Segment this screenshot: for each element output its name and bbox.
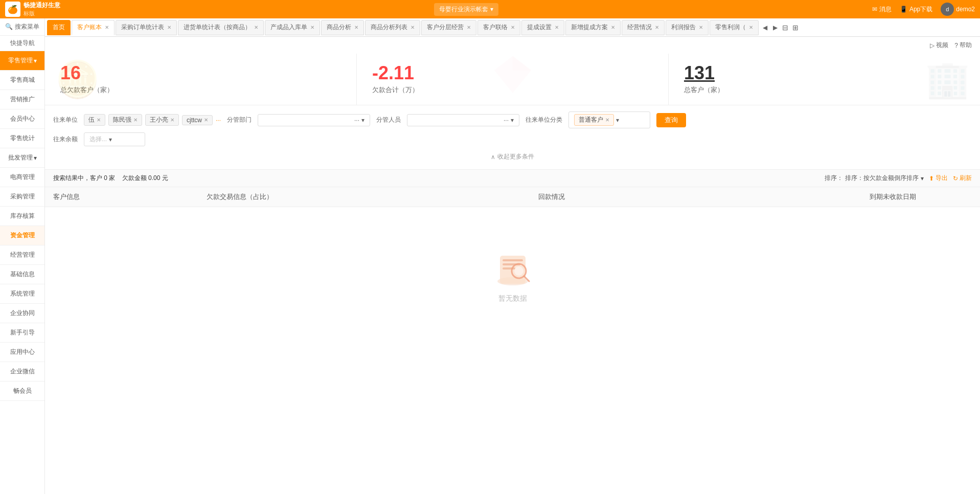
unit-tag-1[interactable]: 伍 ✕ bbox=[84, 114, 105, 126]
sidebar-item-basics[interactable]: 基础信息 bbox=[0, 265, 44, 284]
tag-close-icon[interactable]: ✕ bbox=[204, 117, 208, 123]
stat-number-total: 131 bbox=[684, 64, 965, 82]
stat-label-total: 总客户（家） bbox=[684, 85, 965, 95]
query-button[interactable]: 查询 bbox=[656, 113, 686, 127]
tab-purchase-table[interactable]: 进货单统计表（按商品） ✕ bbox=[178, 20, 264, 35]
filter-row-2: 往来余额 选择... ▾ bbox=[53, 132, 972, 146]
close-icon[interactable]: ✕ bbox=[105, 25, 109, 30]
more-tags-btn[interactable]: ··· bbox=[216, 117, 221, 124]
sidebar-item-guide[interactable]: 新手引导 bbox=[0, 323, 44, 343]
tab-operations[interactable]: 经营情况 ✕ bbox=[622, 20, 665, 35]
sidebar-search[interactable]: 🔍 搜索菜单 bbox=[0, 18, 44, 36]
close-icon[interactable]: ✕ bbox=[467, 25, 471, 30]
sidebar-item-system[interactable]: 系统管理 bbox=[0, 284, 44, 304]
sidebar-item-purchase[interactable]: 采购管理 bbox=[0, 187, 44, 207]
tab-nav-left[interactable]: ◀ bbox=[760, 20, 770, 35]
message-action[interactable]: ✉ 消息 bbox=[872, 5, 892, 14]
app-download-action[interactable]: 📱 App下载 bbox=[900, 5, 932, 14]
balance-select[interactable]: 选择... ▾ bbox=[84, 132, 145, 146]
close-icon[interactable]: ✕ bbox=[655, 25, 659, 30]
person-select[interactable]: ··· ▾ bbox=[407, 114, 519, 126]
user-action[interactable]: d demo2 bbox=[941, 3, 975, 16]
tag-close-icon[interactable]: ✕ bbox=[170, 117, 174, 123]
close-icon[interactable]: ✕ bbox=[354, 25, 358, 30]
sort-select[interactable]: 排序： 排序：按欠款金额倒序排序 ▾ bbox=[825, 174, 924, 183]
sidebar-item-ecommerce[interactable]: 电商管理 bbox=[0, 168, 44, 187]
collapse-btn[interactable]: ∧ 收起更多条件 bbox=[53, 150, 972, 163]
tag-close-icon[interactable]: ✕ bbox=[605, 117, 609, 123]
sidebar-item-operations[interactable]: 经营管理 bbox=[0, 245, 44, 265]
close-icon[interactable]: ✕ bbox=[511, 25, 515, 30]
brand-logo-icon: 🍊 bbox=[5, 2, 20, 17]
results-count: 0 bbox=[104, 174, 107, 182]
brand-name: 畅捷通好生意 bbox=[24, 1, 60, 10]
sidebar-item-apps[interactable]: 应用中心 bbox=[0, 343, 44, 362]
home-label: 首页 bbox=[53, 23, 65, 32]
category-selected-tag: 普通客户 ✕ bbox=[574, 114, 614, 126]
dots-icon: ··· bbox=[354, 117, 359, 124]
tab-maximize[interactable]: ⊞ bbox=[790, 20, 801, 35]
video-btn[interactable]: ▷ 视频 bbox=[930, 41, 948, 50]
tab-product-analysis-list[interactable]: 商品分析列表 ✕ bbox=[365, 20, 420, 35]
close-icon[interactable]: ✕ bbox=[167, 25, 171, 30]
tab-customer-ledger[interactable]: 客户账本 ✕ bbox=[72, 20, 115, 35]
chevron-down-icon: ▾ bbox=[490, 6, 493, 13]
sidebar-item-finance[interactable]: 资金管理 bbox=[0, 226, 44, 245]
refresh-btn[interactable]: ↻ 刷新 bbox=[953, 174, 972, 183]
category-select[interactable]: 普通客户 ✕ ▾ bbox=[568, 111, 650, 128]
tab-customer-layer[interactable]: 客户分层经营 ✕ bbox=[421, 20, 476, 35]
tab-purchase-stats[interactable]: 采购订单统计表 ✕ bbox=[116, 20, 177, 35]
sidebar-item-retail[interactable]: 零售管理 ▾ bbox=[0, 51, 44, 71]
question-icon: ? bbox=[954, 42, 958, 49]
amount-value: 0.00 bbox=[148, 174, 160, 182]
dept-select[interactable]: ··· ▾ bbox=[258, 114, 370, 126]
close-icon[interactable]: ✕ bbox=[555, 25, 559, 30]
tab-minimize[interactable]: ⊟ bbox=[780, 20, 790, 35]
sidebar-item-inventory[interactable]: 库存核算 bbox=[0, 207, 44, 226]
sidebar-item-wechat[interactable]: 企业微信 bbox=[0, 362, 44, 381]
sort-value: 排序：按欠款金额倒序排序 bbox=[845, 174, 919, 183]
sidebar-item-marketing[interactable]: 营销推广 bbox=[0, 90, 44, 109]
tab-commission-settings[interactable]: 提成设置 ✕ bbox=[521, 20, 564, 35]
sidebar-quick-nav[interactable]: 快捷导航 bbox=[0, 36, 44, 51]
tab-nav-right[interactable]: ▶ bbox=[770, 20, 780, 35]
account-selector[interactable]: 母婴行业演示帐套 ▾ bbox=[434, 3, 498, 16]
tab-retail-profit[interactable]: 零售利润（ ✕ bbox=[710, 20, 759, 35]
empty-icon bbox=[487, 248, 538, 289]
sidebar-item-retail-mall[interactable]: 零售商城 bbox=[0, 71, 44, 90]
tab-label: 商品分析 bbox=[327, 23, 351, 32]
tab-label: 提成设置 bbox=[527, 23, 552, 32]
export-btn[interactable]: ⬆ 导出 bbox=[929, 174, 948, 183]
tab-home[interactable]: 首页 bbox=[47, 20, 71, 35]
close-icon[interactable]: ✕ bbox=[310, 25, 314, 30]
close-icon[interactable]: ✕ bbox=[411, 25, 415, 30]
tab-product-analysis[interactable]: 商品分析 ✕ bbox=[321, 20, 364, 35]
stat-label-customers: 总欠款客户（家） bbox=[60, 85, 341, 95]
unit-tag-3[interactable]: 王小亮 ✕ bbox=[145, 114, 179, 126]
unit-tag-2[interactable]: 陈民强 ✕ bbox=[108, 114, 142, 126]
person-label: 分管人员 bbox=[376, 116, 401, 124]
brand-text: 畅捷通好生意 标版 bbox=[24, 1, 60, 17]
phone-icon: 📱 bbox=[900, 6, 907, 13]
sidebar-item-retail-stats[interactable]: 零售统计 bbox=[0, 129, 44, 148]
tag-close-icon[interactable]: ✕ bbox=[97, 117, 101, 123]
sidebar-item-wholesale[interactable]: 批发管理 ▾ bbox=[0, 148, 44, 168]
tag-close-icon[interactable]: ✕ bbox=[133, 117, 138, 123]
close-icon[interactable]: ✕ bbox=[749, 25, 753, 30]
sidebar-item-enterprise[interactable]: 企业协同 bbox=[0, 304, 44, 323]
close-icon[interactable]: ✕ bbox=[699, 25, 703, 30]
close-icon[interactable]: ✕ bbox=[611, 25, 615, 30]
tab-label: 客户分层经营 bbox=[427, 23, 464, 32]
close-icon[interactable]: ✕ bbox=[254, 25, 258, 30]
tab-product-warehouse[interactable]: 产成品入库单 ✕ bbox=[265, 20, 320, 35]
balance-label: 往来余额 bbox=[53, 135, 78, 144]
chevron-down-icon: ▾ bbox=[921, 175, 924, 182]
tab-commission-new[interactable]: 新增提成方案 ✕ bbox=[565, 20, 621, 35]
tab-profit-report[interactable]: 利润报告 ✕ bbox=[666, 20, 709, 35]
help-btn[interactable]: ? 帮助 bbox=[954, 41, 972, 50]
sidebar-item-member[interactable]: 会员中心 bbox=[0, 109, 44, 129]
sidebar-item-changhui[interactable]: 畅会员 bbox=[0, 381, 44, 401]
tab-customer-contact[interactable]: 客户联络 ✕ bbox=[477, 20, 520, 35]
empty-text: 暂无数据 bbox=[498, 294, 527, 303]
unit-tag-4[interactable]: cjttcw ✕ bbox=[182, 115, 213, 125]
